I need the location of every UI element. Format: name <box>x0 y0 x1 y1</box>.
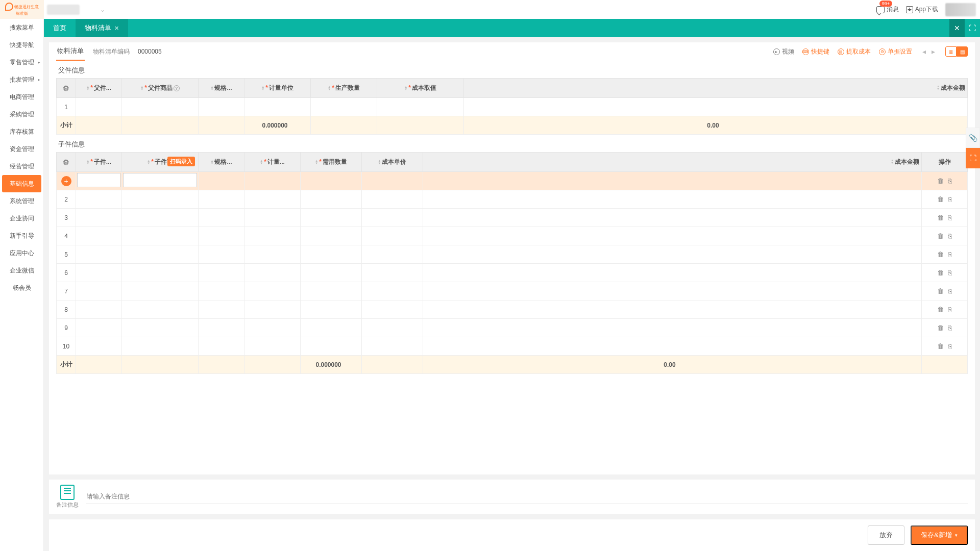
child-row[interactable]: 3🗑⎘ <box>57 209 968 227</box>
copy-row-button[interactable]: ⎘ <box>948 324 952 332</box>
child-col-amount[interactable]: ▲▼成本金额 <box>423 153 922 172</box>
parent-col-src[interactable]: ▲▼*成本取值 <box>377 79 464 98</box>
delete-row-button[interactable]: 🗑 <box>937 287 944 295</box>
copy-row-button[interactable]: ⎘ <box>948 287 952 295</box>
child-col-uom[interactable]: ▲▼*计量... <box>244 153 301 172</box>
help-icon[interactable]: ? <box>174 85 180 91</box>
next-doc-button[interactable]: ▸ <box>929 47 937 56</box>
delete-row-button[interactable]: 🗑 <box>937 232 944 240</box>
remark-input[interactable] <box>86 490 968 504</box>
sidebar-item-0[interactable]: 搜索菜单 <box>0 19 43 36</box>
scan-input-button[interactable]: 扫码录入 <box>167 157 195 166</box>
sidebar-item-15[interactable]: 畅会员 <box>0 279 43 296</box>
child-col-code[interactable]: ▲▼*子件... <box>76 153 122 172</box>
doc-setting-link[interactable]: ⚙单据设置 <box>879 47 912 56</box>
delete-row-button[interactable]: 🗑 <box>937 195 944 203</box>
add-row-button[interactable]: + <box>61 176 71 186</box>
copy-row-button[interactable]: ⎘ <box>948 214 952 221</box>
parent-col-code[interactable]: ▲▼*父件... <box>76 79 122 98</box>
delete-row-button[interactable]: 🗑 <box>937 324 944 332</box>
sidebar-item-2[interactable]: 零售管理▸ <box>0 54 43 71</box>
copy-row-button[interactable]: ⎘ <box>948 251 952 258</box>
copy-row-button[interactable]: ⎘ <box>948 232 952 240</box>
view-mode-grid[interactable]: ≣ <box>945 46 957 57</box>
child-code-input[interactable] <box>77 173 120 187</box>
copy-row-button[interactable]: ⎘ <box>948 342 952 350</box>
child-col-spec[interactable]: ▲▼规格... <box>199 153 244 172</box>
copy-row-button[interactable]: ⎘ <box>948 269 952 277</box>
child-row[interactable]: 7🗑⎘ <box>57 282 968 300</box>
child-col-price[interactable]: ▲▼成本单价 <box>362 153 423 172</box>
child-col-qty[interactable]: ▲▼*需用数量 <box>301 153 362 172</box>
delete-row-button[interactable]: 🗑 <box>937 251 944 258</box>
delete-row-button[interactable]: 🗑 <box>937 342 944 350</box>
prev-doc-button[interactable]: ◂ <box>920 47 928 56</box>
tab-bom[interactable]: 物料清单 ✕ <box>76 19 128 37</box>
parent-section-title: 父件信息 <box>58 66 968 75</box>
sidebar-item-8[interactable]: 经营管理 <box>0 158 43 175</box>
app-download-button[interactable]: App下载 <box>906 5 938 14</box>
child-col-goods[interactable]: ▲▼*子件商扫码录入 <box>122 153 199 172</box>
shortcut-link[interactable]: ⌨快捷键 <box>802 47 829 56</box>
child-col-amount-label: 成本金额 <box>895 158 919 166</box>
sidebar-item-10[interactable]: 系统管理 <box>0 192 43 210</box>
child-row[interactable]: 8🗑⎘ <box>57 300 968 319</box>
child-col-config-button[interactable]: ⚙ <box>63 158 69 166</box>
sidebar-item-9[interactable]: 基础信息 <box>2 175 41 192</box>
view-mode-list[interactable]: ▤ <box>957 46 968 57</box>
child-goods-input[interactable] <box>123 173 197 187</box>
parent-col-config-button[interactable]: ⚙ <box>63 84 69 92</box>
copy-row-button[interactable]: ⎘ <box>948 177 952 185</box>
delete-row-button[interactable]: 🗑 <box>937 214 944 221</box>
parent-row[interactable]: 1 <box>57 98 968 116</box>
delete-row-button[interactable]: 🗑 <box>937 306 944 313</box>
parent-col-qty[interactable]: ▲▼*生产数量 <box>311 79 377 98</box>
doc-title-tab[interactable]: 物料清单 <box>56 42 85 61</box>
child-row[interactable]: +🗑⎘ <box>57 172 968 190</box>
close-icon[interactable]: ✕ <box>114 25 119 32</box>
footer-bar: 放弃 保存&新增▾ <box>49 519 975 551</box>
sidebar-item-11[interactable]: 企业协同 <box>0 210 43 227</box>
tab-bar: 首页 物料清单 ✕ ✕ ⛶ <box>44 19 980 37</box>
sidebar-item-7[interactable]: 资金管理 <box>0 140 43 158</box>
delete-row-button[interactable]: 🗑 <box>937 269 944 277</box>
tabbar-close-button[interactable]: ✕ <box>949 19 965 37</box>
parent-col-amount[interactable]: ▲▼成本金额 <box>464 79 968 98</box>
parent-col-code-label: 父件... <box>94 84 111 91</box>
child-col-uom-label: 计量... <box>267 158 285 165</box>
parent-col-uom[interactable]: ▲▼*计量单位 <box>244 79 311 98</box>
tabbar-expand-button[interactable]: ⛶ <box>965 19 980 37</box>
sidebar-item-6[interactable]: 库存核算 <box>0 123 43 140</box>
child-row[interactable]: 2🗑⎘ <box>57 190 968 209</box>
delete-row-button[interactable]: 🗑 <box>937 177 944 185</box>
copy-row-button[interactable]: ⎘ <box>948 306 952 313</box>
child-col-code-label: 子件... <box>94 158 111 165</box>
sidebar-item-12[interactable]: 新手引导 <box>0 227 43 244</box>
copy-row-button[interactable]: ⎘ <box>948 195 952 203</box>
parent-col-goods[interactable]: ▲▼*父件商品? <box>122 79 199 98</box>
child-row[interactable]: 6🗑⎘ <box>57 264 968 282</box>
float-tool-expand[interactable]: ⛶ <box>966 148 980 168</box>
child-row[interactable]: 5🗑⎘ <box>57 245 968 264</box>
tab-home[interactable]: 首页 <box>44 19 76 37</box>
tab-home-label: 首页 <box>53 23 66 33</box>
parent-col-spec[interactable]: ▲▼规格... <box>199 79 244 98</box>
sidebar-item-3[interactable]: 批发管理▸ <box>0 71 43 88</box>
save-and-new-button[interactable]: 保存&新增▾ <box>911 525 968 545</box>
messages-button[interactable]: 消息 99+ <box>876 5 899 14</box>
sidebar-item-5[interactable]: 采购管理 <box>0 106 43 123</box>
video-link[interactable]: ▸视频 <box>773 47 794 56</box>
sidebar-item-14[interactable]: 企业微信 <box>0 262 43 279</box>
sidebar-item-1[interactable]: 快捷导航 <box>0 36 43 54</box>
user-avatar[interactable] <box>945 3 976 16</box>
discard-button[interactable]: 放弃 <box>868 525 904 545</box>
child-row[interactable]: 4🗑⎘ <box>57 227 968 245</box>
child-row[interactable]: 9🗑⎘ <box>57 319 968 337</box>
extract-cost-link[interactable]: ▤提取成本 <box>838 47 871 56</box>
sidebar-item-4[interactable]: 电商管理 <box>0 88 43 106</box>
child-row[interactable]: 10🗑⎘ <box>57 337 968 356</box>
sidebar-item-13[interactable]: 应用中心 <box>0 244 43 262</box>
play-icon: ▸ <box>773 48 780 55</box>
float-tool-attachment[interactable]: 📎 <box>966 128 980 148</box>
org-selector[interactable]: ⌄ <box>44 0 105 19</box>
